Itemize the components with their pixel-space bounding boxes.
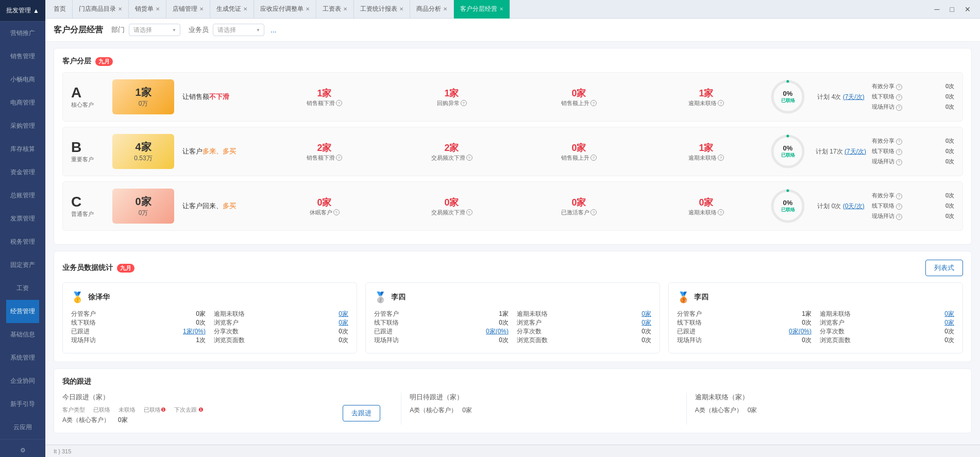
tab-close-icon-sales-order[interactable]: ✕ bbox=[156, 6, 160, 12]
info-icon[interactable]: ? bbox=[896, 139, 902, 145]
info-icon-1-0[interactable]: ? bbox=[336, 155, 342, 161]
tier-action-B: 让客户多来、多买 bbox=[182, 147, 255, 156]
sp-stat-link-2-2[interactable]: 0家(0%) bbox=[789, 327, 812, 336]
info-icon-0-0[interactable]: ? bbox=[336, 100, 342, 106]
sidebar-header[interactable]: 批发管理 ▲ bbox=[0, 0, 45, 22]
sp-right-col-2: 逾期未联络 0家 浏览客户 0家 分享次数 0次 浏览页面数 bbox=[820, 310, 954, 345]
goto-followup-button[interactable]: 去跟进 bbox=[343, 405, 380, 421]
tab-product-analysis[interactable]: 商品分析 ✕ bbox=[410, 0, 454, 19]
tab-close-icon-receivable[interactable]: ✕ bbox=[306, 6, 310, 12]
salesperson-select[interactable]: 请选择 bbox=[213, 24, 264, 36]
tier-stat-2-3[interactable]: 0家 逾期未联络 ? bbox=[647, 192, 766, 221]
tier-stat-1-3[interactable]: 1家 逾期未联络 ? bbox=[647, 138, 766, 166]
info-icon-1-1[interactable]: ? bbox=[466, 155, 472, 161]
tier-stat-0-0[interactable]: 1家 销售额下滑 ? bbox=[265, 83, 384, 111]
tab-salary-table[interactable]: 工资表 ✕ bbox=[316, 0, 354, 19]
sidebar-item-电商管理[interactable]: 电商管理 bbox=[6, 91, 39, 114]
sp-stat-r-2-3: 浏览页面数 0次 bbox=[820, 336, 954, 345]
info-icon-1-3[interactable]: ? bbox=[718, 155, 724, 161]
tab-close-icon-salary-stats[interactable]: ✕ bbox=[399, 6, 403, 12]
tab-close-icon-customer-tier[interactable]: ✕ bbox=[499, 6, 503, 12]
tab-close-icon-voucher[interactable]: ✕ bbox=[243, 6, 247, 12]
tier-stat-1-1[interactable]: 2家 交易频次下滑 ? bbox=[392, 138, 511, 166]
tab-close-icon-store-products[interactable]: ✕ bbox=[118, 6, 122, 12]
sp-stat-link-r-2-0[interactable]: 0家 bbox=[944, 310, 954, 318]
sp-stat-link-r-1-0[interactable]: 0家 bbox=[641, 310, 651, 318]
sp-stat-r-1-0: 逾期未联络 0家 bbox=[517, 310, 651, 318]
tab-store-products[interactable]: 门店商品目录 ✕ bbox=[73, 0, 129, 19]
info-icon-0-2[interactable]: ? bbox=[590, 100, 597, 106]
tier-stat-1-0[interactable]: 2家 销售额下滑 ? bbox=[265, 138, 384, 166]
tier-stat-2-0[interactable]: 0家 休眠客户 ? bbox=[265, 192, 384, 221]
tier-stat-1-2[interactable]: 0家 销售额上升 ? bbox=[519, 138, 638, 166]
tier-stat-0-3[interactable]: 1家 逾期未联络 ? bbox=[647, 83, 766, 111]
sidebar-item-库存核算[interactable]: 库存核算 bbox=[6, 138, 39, 161]
sp-stat-link-0-2[interactable]: 1家(0%) bbox=[183, 327, 206, 336]
main-content: 首页门店商品目录 ✕销货单 ✕店铺管理 ✕生成凭证 ✕应收应付调整单 ✕工资表 … bbox=[45, 0, 980, 457]
info-icon[interactable]: ? bbox=[896, 94, 902, 100]
sidebar-item-税务管理[interactable]: 税务管理 bbox=[6, 230, 39, 253]
sidebar-item-经营管理[interactable]: 经营管理 bbox=[6, 300, 39, 323]
sidebar-item-系统管理[interactable]: 系统管理 bbox=[6, 346, 39, 369]
info-icon[interactable]: ? bbox=[896, 214, 902, 220]
tab-close-icon-salary-table[interactable]: ✕ bbox=[343, 6, 347, 12]
tab-sales-order[interactable]: 销货单 ✕ bbox=[129, 0, 166, 19]
tab-close-icon-product-analysis[interactable]: ✕ bbox=[443, 6, 447, 12]
tier-stat-2-2[interactable]: 0家 已激活客户 ? bbox=[519, 192, 638, 221]
tier-stat-2-1[interactable]: 0家 交易频次下滑 ? bbox=[392, 192, 511, 221]
sidebar-settings[interactable]: ⚙ bbox=[0, 439, 45, 457]
sidebar-item-基础信息[interactable]: 基础信息 bbox=[6, 323, 39, 346]
tab-home[interactable]: 首页 bbox=[47, 0, 73, 19]
info-icon-0-3[interactable]: ? bbox=[718, 100, 724, 106]
info-icon[interactable]: ? bbox=[896, 159, 902, 165]
tab-voucher[interactable]: 生成凭证 ✕ bbox=[210, 0, 254, 19]
sp-stat-link-r-2-1[interactable]: 0家 bbox=[944, 318, 954, 327]
dept-select[interactable]: 请选择 bbox=[129, 24, 180, 36]
tab-store-manage[interactable]: 店铺管理 ✕ bbox=[166, 0, 210, 19]
tab-minimize-button[interactable]: ─ bbox=[932, 4, 943, 14]
sp-stat-link-r-0-1[interactable]: 0家 bbox=[339, 318, 348, 327]
tier-stat-0-2[interactable]: 0家 销售额上升 ? bbox=[519, 83, 638, 111]
sp-month-badge: 九月 bbox=[117, 264, 134, 273]
info-icon[interactable]: ? bbox=[896, 105, 902, 111]
sidebar-item-采购管理[interactable]: 采购管理 bbox=[6, 114, 39, 138]
sp-stat-link-r-1-1[interactable]: 0家 bbox=[641, 318, 651, 327]
sp-stat-2-1: 线下联络 0次 bbox=[677, 318, 812, 327]
info-icon-2-1[interactable]: ? bbox=[466, 209, 472, 215]
info-icon[interactable]: ? bbox=[896, 149, 902, 155]
sidebar-item-工资[interactable]: 工资 bbox=[6, 277, 39, 300]
tab-salary-stats[interactable]: 工资统计报表 ✕ bbox=[354, 0, 410, 19]
sidebar-item-发票管理[interactable]: 发票管理 bbox=[6, 207, 39, 230]
info-icon-0-1[interactable]: ? bbox=[461, 100, 467, 106]
info-icon[interactable]: ? bbox=[896, 193, 902, 199]
tab-customer-tier[interactable]: 客户分层经营 ✕ bbox=[454, 0, 510, 19]
sidebar-item-企业协同[interactable]: 企业协同 bbox=[6, 369, 39, 393]
sidebar-item-销售管理[interactable]: 销售管理 bbox=[6, 45, 39, 68]
sidebar-item-总账管理[interactable]: 总账管理 bbox=[6, 184, 39, 207]
sidebar-item-云应用[interactable]: 云应用 bbox=[6, 416, 39, 439]
info-icon-2-3[interactable]: ? bbox=[718, 209, 724, 215]
info-icon-1-2[interactable]: ? bbox=[590, 155, 597, 161]
sp-header-2: 🥉 李四 bbox=[677, 291, 954, 303]
sidebar-item-资金管理[interactable]: 资金管理 bbox=[6, 161, 39, 184]
tab-close-button[interactable]: ✕ bbox=[961, 4, 974, 14]
gear-icon: ⚙ bbox=[20, 447, 26, 454]
more-filter-button[interactable]: ... bbox=[268, 26, 279, 34]
sp-stats-2: 分管客户 1家 线下联络 0次 已跟进 0家(0%) 现场拜访 bbox=[677, 310, 954, 345]
tier-stat-0-1[interactable]: 1家 回购异常 ? bbox=[392, 83, 511, 111]
tab-close-icon-store-manage[interactable]: ✕ bbox=[199, 6, 204, 12]
info-icon[interactable]: ? bbox=[896, 84, 902, 90]
sp-stat-link-1-2[interactable]: 0家(0%) bbox=[486, 327, 509, 336]
tab-receivable[interactable]: 应收应付调整单 ✕ bbox=[254, 0, 316, 19]
sidebar-item-新手引导[interactable]: 新手引导 bbox=[6, 393, 39, 416]
info-icon[interactable]: ? bbox=[896, 204, 902, 210]
tab-maximize-button[interactable]: □ bbox=[947, 4, 957, 14]
sp-stat-link-r-0-0[interactable]: 0家 bbox=[339, 310, 348, 318]
info-icon-2-0[interactable]: ? bbox=[333, 209, 340, 215]
list-view-button[interactable]: 列表式 bbox=[925, 260, 963, 276]
tier-plan-A: 计划 4次 (7天/次) bbox=[810, 93, 872, 101]
sidebar-item-固定资产[interactable]: 固定资产 bbox=[6, 253, 39, 277]
info-icon-2-2[interactable]: ? bbox=[590, 209, 597, 215]
sidebar-item-小畅电商[interactable]: 小畅电商 bbox=[6, 68, 39, 91]
sidebar-item-营销推广[interactable]: 营销推广 bbox=[6, 22, 39, 45]
